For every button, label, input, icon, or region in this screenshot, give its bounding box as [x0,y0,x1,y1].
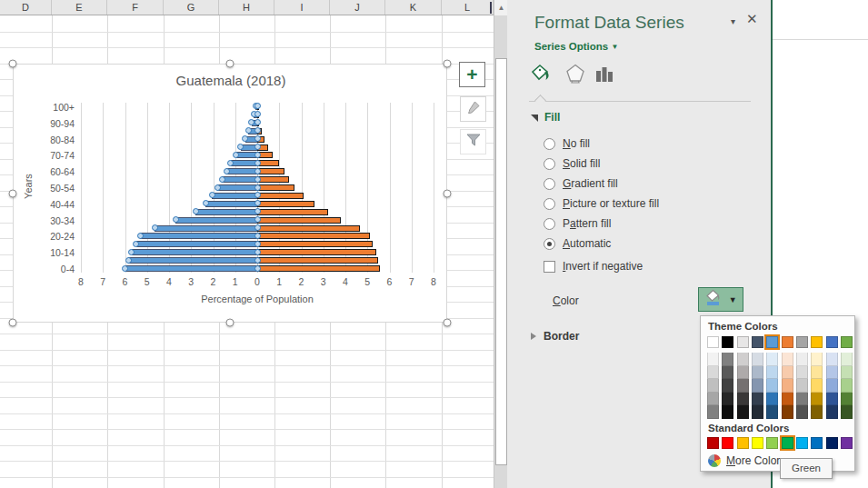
theme-variant-swatch-7-2[interactable] [811,379,823,393]
standard-color-swatch-7[interactable] [811,437,823,449]
theme-variant-swatch-4-4[interactable] [766,405,778,419]
series-marker[interactable] [254,257,261,264]
series-marker[interactable] [254,233,261,239]
bar-right-40-44[interactable] [257,201,314,207]
scrollbar-thumb[interactable] [495,58,507,465]
chart-filters-button[interactable] [460,129,486,154]
theme-variant-swatch-7-0[interactable] [811,353,823,366]
bar-left-20-24[interactable] [140,233,257,239]
theme-color-swatch-2[interactable] [737,336,749,348]
bar-right-60-64[interactable] [257,168,284,174]
bar-right-45-49[interactable] [257,193,304,199]
theme-variant-swatch-4-3[interactable] [766,393,778,406]
chart-elements-button[interactable]: + [459,62,485,87]
bar-right-20-24[interactable] [257,233,370,239]
theme-variant-swatch-2-3[interactable] [737,393,749,406]
fill-color-button[interactable]: ▼ [698,287,743,312]
theme-variant-swatch-2-2[interactable] [737,379,749,393]
resize-handle[interactable] [226,60,234,68]
bar-right-65-69[interactable] [257,160,279,166]
series-marker[interactable] [137,233,144,239]
tab-series-options[interactable] [593,64,616,87]
theme-color-swatch-3[interactable] [752,336,763,348]
series-marker[interactable] [128,249,135,255]
bar-left-50-54[interactable] [217,184,257,191]
bar-right-0-4[interactable] [257,265,380,272]
radio-icon[interactable] [544,178,555,190]
fill-option-picture-or-texture-fill[interactable]: Picture or texture fill [544,196,659,211]
theme-variant-swatch-0-4[interactable] [707,405,719,419]
radio-icon[interactable] [544,218,555,230]
series-marker[interactable] [173,216,179,223]
theme-variant-swatch-8-0[interactable] [826,353,838,366]
series-marker[interactable] [224,168,230,174]
standard-color-swatch-6[interactable] [796,437,808,449]
column-header-e[interactable]: E [52,0,107,15]
invert-if-negative-checkbox[interactable]: Invert if negative [544,260,643,273]
theme-variant-swatch-6-4[interactable] [796,405,808,419]
series-marker[interactable] [254,103,261,109]
column-headers[interactable]: DEFGHIJKL [0,0,494,15]
bar-left-35-39[interactable] [195,209,257,215]
resize-handle[interactable] [444,60,452,68]
theme-variant-swatch-7-1[interactable] [811,366,823,380]
fill-option-pattern-fill[interactable]: Pattern fill [544,216,611,231]
standard-color-swatch-8[interactable] [826,437,838,449]
bar-left-40-44[interactable] [205,201,257,207]
theme-variant-swatch-4-0[interactable] [766,353,778,366]
theme-variant-swatch-1-2[interactable] [722,379,733,393]
series-marker[interactable] [193,208,199,214]
theme-variant-swatch-1-1[interactable] [722,366,733,380]
bar-right-50-54[interactable] [257,184,294,191]
series-marker[interactable] [254,192,261,198]
series-marker[interactable] [152,224,158,231]
fill-section-header[interactable]: Fill [531,108,560,124]
fill-option-solid-fill[interactable]: Solid fill [544,156,600,171]
fill-option-gradient-fill[interactable]: Gradient fill [544,176,618,191]
theme-variant-swatch-0-3[interactable] [707,393,719,406]
theme-color-swatch-6[interactable] [796,336,808,348]
border-section-header[interactable]: Border [531,327,579,344]
fill-option-automatic[interactable]: Automatic [544,236,611,251]
series-marker[interactable] [254,176,261,183]
standard-color-swatch-4[interactable] [766,437,778,449]
theme-color-swatch-9[interactable] [841,336,853,348]
theme-variant-swatch-8-3[interactable] [826,393,838,406]
resize-handle[interactable] [444,319,452,327]
column-header-f[interactable]: F [107,0,164,15]
theme-variant-swatch-3-4[interactable] [752,405,763,419]
theme-color-swatch-0[interactable] [707,336,719,348]
series-marker[interactable] [219,176,225,183]
theme-variant-swatch-1-4[interactable] [722,405,733,419]
theme-variant-swatch-2-4[interactable] [737,405,749,419]
theme-variant-swatch-8-2[interactable] [826,379,838,393]
checkbox-icon[interactable] [544,261,555,273]
theme-variant-swatch-9-2[interactable] [841,379,853,393]
tab-effects[interactable] [564,64,587,87]
theme-variant-swatch-6-3[interactable] [796,393,808,406]
series-marker[interactable] [254,111,261,117]
bar-left-60-64[interactable] [226,168,257,174]
theme-variant-swatch-0-1[interactable] [707,366,719,380]
theme-variant-swatch-5-3[interactable] [782,393,793,406]
bar-right-25-29[interactable] [257,225,360,232]
theme-variant-swatch-4-1[interactable] [766,366,778,380]
series-marker[interactable] [254,200,261,206]
theme-variant-swatch-3-0[interactable] [752,353,763,366]
tab-fill-line[interactable] [529,64,553,87]
bar-left-25-29[interactable] [155,225,257,232]
resize-handle[interactable] [9,189,17,197]
series-marker[interactable] [254,216,261,223]
radio-icon[interactable] [544,158,555,170]
series-marker[interactable] [254,152,261,158]
column-header-i[interactable]: I [274,0,330,15]
series-marker[interactable] [254,127,261,134]
column-header-d[interactable]: D [0,0,52,15]
vertical-scrollbar[interactable]: ▲ [494,0,507,488]
theme-color-swatch-1[interactable] [722,336,733,348]
series-marker[interactable] [245,127,252,134]
bar-left-55-59[interactable] [222,176,257,183]
theme-variant-swatch-5-0[interactable] [782,353,793,366]
chart-title[interactable]: Guatemala (2018) [14,73,448,88]
theme-variant-swatch-5-4[interactable] [782,405,793,419]
